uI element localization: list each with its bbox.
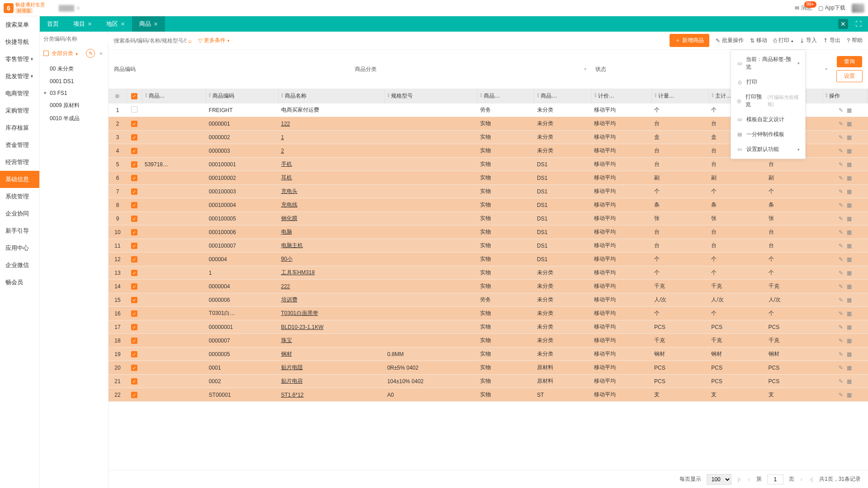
sidebar-item[interactable]: 应用中心 xyxy=(0,239,39,257)
table-row[interactable]: 10✓000100006电脑实物DS1移动平均台台台✎▦ xyxy=(108,225,868,239)
table-row[interactable]: 15✓0000006培训费劳务未分类移动平均人/次人/次人/次✎▦ xyxy=(108,293,868,307)
edit-icon[interactable]: ✎ xyxy=(839,216,843,222)
row-checkbox[interactable]: ✓ xyxy=(131,175,137,181)
per-page-select[interactable]: 100 xyxy=(707,474,731,485)
table-row[interactable]: 17✓00000001BLD10-23-1.1KW实物未分类移动平均PCSPCS… xyxy=(108,320,868,334)
product-name-link[interactable]: 122 xyxy=(281,121,290,127)
table-row[interactable]: 13✓1工具车HM318实物未分类移动平均个个个✎▦ xyxy=(108,266,868,280)
product-name-link[interactable]: 钢化膜 xyxy=(281,215,297,221)
org-selector[interactable]: ████ ▾ xyxy=(59,5,80,11)
edit-icon[interactable]: ✎ xyxy=(839,392,843,398)
edit-icon[interactable]: ✎ xyxy=(839,107,843,113)
pager-prev-icon[interactable]: ‹ xyxy=(747,476,751,483)
more-icon[interactable]: ▦ xyxy=(847,338,852,344)
row-checkbox[interactable]: ✓ xyxy=(131,283,137,290)
row-checkbox[interactable]: ✓ xyxy=(131,161,137,168)
sidebar-item[interactable]: 电商管理 xyxy=(0,85,39,102)
dropdown-item[interactable]: ▤一分钟制作模板 xyxy=(731,127,805,142)
edit-icon[interactable]: ✎ xyxy=(839,175,843,181)
more-icon[interactable]: ▦ xyxy=(847,202,852,208)
product-name-link[interactable]: ST1.6*12 xyxy=(281,392,304,398)
product-name-link[interactable]: 1 xyxy=(281,134,284,141)
edit-icon[interactable]: ✎ xyxy=(839,365,843,371)
app-download-link[interactable]: ▢ App下载 xyxy=(818,4,845,12)
close-icon[interactable]: ✕ xyxy=(154,21,158,27)
pager-page-input[interactable] xyxy=(767,474,783,484)
edit-icon[interactable]: ✎ xyxy=(839,297,843,303)
edit-icon[interactable]: ✎ xyxy=(839,270,843,276)
more-icon[interactable]: ▦ xyxy=(847,297,852,303)
print-action[interactable]: ⎙打印▴ xyxy=(774,37,793,44)
table-row[interactable]: 14✓0000004222实物未分类移动平均千克千克千克✎▦ xyxy=(108,280,868,293)
more-icon[interactable]: ▦ xyxy=(847,270,852,276)
column-header[interactable]: ▴▾计量… xyxy=(651,89,708,103)
edit-icon[interactable]: ✎ xyxy=(839,161,843,168)
product-name-link[interactable]: 钢材 xyxy=(281,351,292,357)
edit-icon[interactable]: ✎ xyxy=(839,148,843,154)
edit-icon[interactable]: ✎ xyxy=(839,134,843,141)
product-name-link[interactable]: 贴片电阻 xyxy=(281,364,303,371)
product-name-link[interactable]: 2 xyxy=(281,148,284,154)
tree-item[interactable]: 0010 半成品 xyxy=(40,112,108,125)
edit-icon[interactable]: ✎ xyxy=(839,310,843,317)
product-name-link[interactable]: 90小 xyxy=(281,256,292,262)
tree-collapse-icon[interactable]: « xyxy=(98,50,104,56)
more-filters-link[interactable]: ▽更多条件▾ xyxy=(198,37,230,44)
dropdown-item[interactable]: ⎙打印 xyxy=(731,75,805,89)
row-checkbox[interactable]: ✓ xyxy=(131,134,137,141)
column-header[interactable]: ▴▾规格型号 xyxy=(384,89,477,103)
more-icon[interactable]: ▦ xyxy=(847,351,852,357)
column-header[interactable]: ▴▾商品… xyxy=(477,89,534,103)
col-gear[interactable]: ⚙ xyxy=(108,89,127,103)
row-checkbox[interactable]: ✓ xyxy=(131,270,137,276)
product-name-link[interactable]: 充电头 xyxy=(281,188,297,194)
settings-button[interactable]: 设置 xyxy=(836,70,863,82)
col-checkbox[interactable]: ✓ xyxy=(127,89,142,103)
edit-icon[interactable]: ✎ xyxy=(839,351,843,357)
row-checkbox[interactable]: ✓ xyxy=(131,378,137,385)
edit-icon[interactable]: ✎ xyxy=(839,338,843,344)
help-action[interactable]: ?帮助 xyxy=(847,37,863,44)
table-row[interactable]: 11✓000100007电脑主机实物DS1移动平均台台台✎▦ xyxy=(108,239,868,253)
row-checkbox[interactable]: ✓ xyxy=(131,392,137,398)
search-icon[interactable]: ⌕ xyxy=(188,37,192,44)
row-checkbox[interactable]: ✓ xyxy=(131,365,137,371)
close-icon[interactable]: ✕ xyxy=(121,21,125,27)
column-header[interactable]: ▴▾操作 xyxy=(823,89,868,103)
tab[interactable]: 项目✕ xyxy=(66,16,99,32)
more-icon[interactable]: ▦ xyxy=(847,107,852,113)
row-checkbox[interactable]: ✓ xyxy=(131,338,137,344)
pager-next-icon[interactable]: › xyxy=(800,476,803,483)
grid-search-input[interactable] xyxy=(114,38,186,44)
tree-item[interactable]: 00 未分类 xyxy=(40,62,108,75)
product-name-link[interactable]: BLD10-23-1.1KW xyxy=(281,324,324,330)
row-checkbox[interactable]: ✓ xyxy=(131,310,137,317)
table-row[interactable]: 8✓000100004充电线实物DS1移动平均条条条✎▦ xyxy=(108,198,868,212)
sidebar-item[interactable]: 快捷导航 xyxy=(0,33,39,51)
filter-code-input[interactable] xyxy=(154,69,349,70)
more-icon[interactable]: ▦ xyxy=(847,121,852,127)
more-icon[interactable]: ▦ xyxy=(847,256,852,263)
row-checkbox[interactable] xyxy=(131,106,137,113)
sidebar-item[interactable]: 采购管理 xyxy=(0,102,39,119)
tree-edit-button[interactable]: ✎ xyxy=(86,49,95,58)
row-checkbox[interactable]: ✓ xyxy=(131,216,137,222)
sidebar-item[interactable]: 企业微信 xyxy=(0,257,39,274)
table-row[interactable]: 6✓000100002耳机实物DS1移动平均副副副✎▦ xyxy=(108,171,868,185)
more-icon[interactable]: ▦ xyxy=(847,365,852,371)
messages-link[interactable]: ✉ 消息 99+ xyxy=(795,4,812,12)
tab[interactable]: 首页 xyxy=(40,16,66,32)
move-action[interactable]: ⇅移动 xyxy=(750,37,767,44)
more-icon[interactable]: ▦ xyxy=(847,148,852,154)
table-row[interactable]: 16✓T0301白…T0301白面黑带实物未分类移动平均个个个✎▦ xyxy=(108,307,868,320)
row-checkbox[interactable]: ✓ xyxy=(131,121,137,127)
batch-action[interactable]: ✎批量操作 xyxy=(716,37,744,44)
row-checkbox[interactable]: ✓ xyxy=(131,229,137,235)
product-name-link[interactable]: 电脑 xyxy=(281,229,292,235)
table-row[interactable]: 21✓0002贴片电容104±10% 0402实物原材料移动平均PCSPCSPC… xyxy=(108,375,868,388)
edit-icon[interactable]: ✎ xyxy=(839,324,843,330)
more-icon[interactable]: ▦ xyxy=(847,188,852,195)
sidebar-item[interactable]: 资金管理 xyxy=(0,136,39,154)
edit-icon[interactable]: ✎ xyxy=(839,243,843,249)
sidebar-item[interactable]: 新手引导 xyxy=(0,222,39,239)
